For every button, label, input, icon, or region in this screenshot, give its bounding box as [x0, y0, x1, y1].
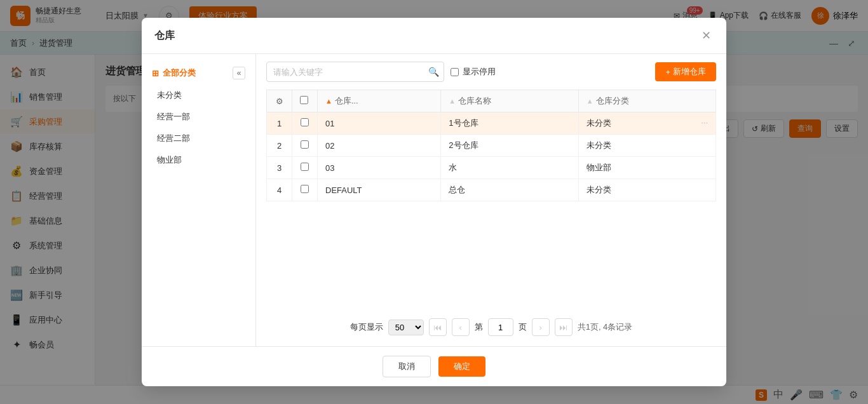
modal-right-panel: 🔍 显示停用 + 新增仓库 — [256, 54, 726, 346]
page-number-input[interactable] — [488, 318, 513, 336]
show-disabled-checkbox[interactable] — [451, 68, 459, 76]
modal-header: 仓库 ✕ — [142, 18, 726, 54]
table-row: 2 02 2号仓库 未分类 — [267, 135, 716, 157]
modal-close-button[interactable]: ✕ — [698, 28, 714, 43]
grid-icon: ⊞ — [152, 69, 159, 78]
row-category: 未分类 ··· — [578, 112, 715, 135]
row-code: 01 — [318, 112, 441, 135]
col-checkbox — [292, 90, 318, 112]
modal-toolbar: 🔍 显示停用 + 新增仓库 — [266, 62, 716, 82]
next-page-button[interactable]: › — [532, 318, 550, 336]
row-checkbox[interactable] — [301, 140, 309, 149]
search-input[interactable] — [266, 62, 444, 82]
select-all-checkbox[interactable] — [300, 96, 308, 104]
row-code: DEFAULT — [318, 179, 441, 201]
cancel-button[interactable]: 取消 — [383, 356, 431, 377]
modal-body: ⊞ 全部分类 « 未分类 经营一部 经营二部 物业部 — [142, 54, 726, 346]
warehouse-modal: 仓库 ✕ ⊞ 全部分类 « 未分类 经营一部 — [142, 18, 726, 386]
row-name: 1号仓库 — [441, 112, 578, 135]
all-category-label: 全部分类 — [163, 67, 196, 79]
modal-left-panel: ⊞ 全部分类 « 未分类 经营一部 经营二部 物业部 — [142, 54, 256, 346]
modal-title: 仓库 — [154, 29, 175, 43]
row-name: 2号仓库 — [441, 135, 578, 157]
page-label: 第 — [475, 321, 483, 333]
search-button[interactable]: 🔍 — [428, 67, 439, 77]
row-checkbox[interactable] — [301, 185, 309, 193]
pagination: 每页显示 10 20 50 100 ⏮ ‹ 第 页 › ⏭ 共1页, 4条记录 — [266, 311, 716, 339]
row-action-icon[interactable]: ··· — [701, 118, 708, 127]
last-page-button[interactable]: ⏭ — [555, 318, 573, 336]
category-header: ⊞ 全部分类 « — [142, 62, 255, 84]
row-no: 2 — [267, 135, 292, 157]
row-category: 未分类 — [578, 179, 715, 201]
modal-footer: 取消 确定 — [142, 346, 726, 386]
row-checkbox[interactable] — [301, 118, 309, 126]
row-name: 总仓 — [441, 179, 578, 201]
all-category-title[interactable]: ⊞ 全部分类 — [152, 67, 196, 79]
row-checkbox-cell — [292, 112, 318, 135]
add-warehouse-button[interactable]: + 新增仓库 — [655, 62, 716, 81]
table-row: 4 DEFAULT 总仓 未分类 — [267, 179, 716, 201]
show-disabled-label: 显示停用 — [463, 66, 496, 77]
modal-overlay: 仓库 ✕ ⊞ 全部分类 « 未分类 经营一部 — [0, 0, 868, 404]
row-name: 水 — [441, 157, 578, 179]
category-item-property[interactable]: 物业部 — [142, 149, 255, 171]
col-name: ▲仓库名称 — [441, 90, 578, 112]
row-checkbox-cell — [292, 157, 318, 179]
row-code: 03 — [318, 157, 441, 179]
first-page-button[interactable]: ⏮ — [429, 318, 447, 336]
plus-icon: + — [665, 67, 670, 77]
col-gear: ⚙ — [267, 90, 292, 112]
page-suffix: 页 — [519, 321, 527, 333]
add-btn-label: 新增仓库 — [673, 66, 706, 77]
page-size-select[interactable]: 10 20 50 100 — [388, 320, 424, 335]
row-category: 未分类 — [578, 135, 715, 157]
show-disabled-wrap: 显示停用 — [451, 66, 496, 77]
confirm-button[interactable]: 确定 — [438, 356, 485, 377]
row-no: 3 — [267, 157, 292, 179]
category-item-unclassified[interactable]: 未分类 — [142, 84, 255, 106]
warehouse-table: ⚙ ▲仓库... ▲仓库名称 ▲仓库分类 1 01 — [266, 90, 716, 201]
category-item-ops2[interactable]: 经营二部 — [142, 128, 255, 149]
table-row: 1 01 1号仓库 未分类 ··· — [267, 112, 716, 135]
row-no: 4 — [267, 179, 292, 201]
row-checkbox-cell — [292, 135, 318, 157]
table-container: ⚙ ▲仓库... ▲仓库名称 ▲仓库分类 1 01 — [266, 90, 716, 311]
row-checkbox[interactable] — [301, 163, 309, 171]
row-no: 1 — [267, 112, 292, 135]
category-item-ops1[interactable]: 经营一部 — [142, 106, 255, 128]
col-category: ▲仓库分类 — [578, 90, 715, 112]
collapse-button[interactable]: « — [233, 67, 245, 79]
row-code: 02 — [318, 135, 441, 157]
prev-page-button[interactable]: ‹ — [452, 318, 470, 336]
col-code: ▲仓库... — [318, 90, 441, 112]
table-row: 3 03 水 物业部 — [267, 157, 716, 179]
row-category: 物业部 — [578, 157, 715, 179]
search-wrap: 🔍 — [266, 62, 444, 82]
page-size-label: 每页显示 — [350, 321, 383, 333]
row-checkbox-cell — [292, 179, 318, 201]
page-total-info: 共1页, 4条记录 — [578, 321, 633, 333]
